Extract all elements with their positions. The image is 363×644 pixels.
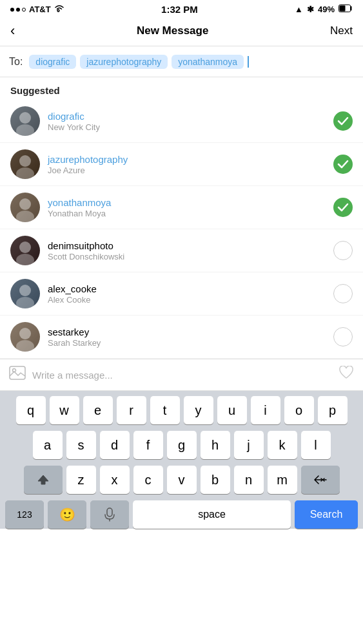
key-z[interactable]: z [66,466,96,494]
avatar-jazurephotography [10,149,40,179]
suggested-header: Suggested [0,77,363,100]
avatar-sestarkey [10,322,40,352]
svg-point-6 [16,167,34,179]
keyboard-row-1: q w e r t y u i o p [3,396,360,424]
status-bar: AT&T 1:32 PM ▲ ✱ 49% [0,0,363,17]
key-shift[interactable] [24,466,63,494]
check-sestarkey[interactable] [333,327,353,346]
key-h[interactable]: h [201,431,230,459]
realname-alex-cooke: Alex Cooke [48,295,333,305]
bluetooth-icon: ✱ [307,5,314,14]
svg-rect-17 [107,508,112,516]
avatar-alex-cooke [10,279,40,308]
username-denimsuitphoto: denimsuitphoto [48,240,333,251]
key-e[interactable]: e [83,396,113,424]
key-u[interactable]: u [217,396,247,424]
heart-icon[interactable] [338,366,354,384]
key-i[interactable]: i [251,396,280,424]
avatar-diografic [10,106,40,136]
status-right: ▲ ✱ 49% [295,5,353,14]
battery-icon [338,5,353,14]
tag-yonathanmoya[interactable]: yonathanmoya [172,55,244,69]
check-jazurephotography[interactable] [333,155,353,174]
keyboard-row-4: 123 🙂 space Search [3,500,360,529]
contact-item-denimsuitphoto[interactable]: denimsuitphoto Scott Donschikowski [0,229,363,272]
avatar-yonathanmoya [10,193,40,222]
contact-item-sestarkey[interactable]: sestarkey Sarah Starkey [0,316,363,359]
tag-diografic[interactable]: diografic [29,55,76,69]
svg-point-13 [19,328,31,339]
tag-jazurephotography[interactable]: jazurephotography [80,55,168,69]
svg-point-10 [16,254,34,265]
dot1 [10,8,14,12]
svg-point-5 [19,155,31,167]
svg-point-12 [16,297,34,308]
key-y[interactable]: y [184,396,213,424]
location-icon: ▲ [295,5,303,14]
keyboard-row-2: a s d f g h j k l [3,431,360,459]
key-w[interactable]: w [50,396,79,424]
svg-point-11 [19,285,31,296]
key-k[interactable]: k [268,431,297,459]
key-v[interactable]: v [167,466,197,494]
check-diografic[interactable] [333,111,353,131]
svg-point-8 [16,211,34,222]
nav-bar: ‹ New Message Next [0,17,363,46]
image-icon[interactable] [9,366,26,384]
key-backspace[interactable] [301,466,340,494]
text-cursor [248,56,249,68]
contact-info-yonathanmoya: yonathanmoya Yonathan Moya [48,197,333,218]
key-a[interactable]: a [33,431,63,459]
check-denimsuitphoto[interactable] [333,241,353,260]
svg-rect-1 [340,6,346,12]
status-left: AT&T [10,5,64,14]
key-l[interactable]: l [301,431,331,459]
message-input[interactable]: Write a message... [32,370,332,381]
svg-point-9 [19,242,31,253]
key-g[interactable]: g [167,431,197,459]
wifi-icon [54,5,64,14]
key-s[interactable]: s [66,431,96,459]
back-button[interactable]: ‹ [10,23,15,39]
contact-item-alex-cooke[interactable]: alex_cooke Alex Cooke [0,272,363,316]
contact-item-jazurephotography[interactable]: jazurephotography Joe Azure [0,143,363,186]
key-b[interactable]: b [201,466,230,494]
keyboard-row-3: z x c v b n m [3,466,360,494]
key-search[interactable]: Search [295,500,358,529]
username-sestarkey: sestarkey [48,327,333,337]
key-o[interactable]: o [284,396,314,424]
key-d[interactable]: d [100,431,130,459]
key-space[interactable]: space [133,500,291,529]
to-field[interactable]: To: diografic jazurephotography yonathan… [0,46,363,77]
check-alex-cooke[interactable] [333,284,353,303]
key-j[interactable]: j [234,431,264,459]
key-numbers[interactable]: 123 [5,500,44,529]
contact-list: diografic New York City jazurephotograph… [0,100,363,359]
key-c[interactable]: c [133,466,163,494]
username-alex-cooke: alex_cooke [48,283,333,294]
key-n[interactable]: n [234,466,264,494]
username-yonathanmoya: yonathanmoya [48,197,333,208]
username-diografic: diografic [48,111,333,122]
dot3 [22,8,26,12]
next-button[interactable]: Next [330,24,353,37]
keyboard: q w e r t y u i o p a s d f g h j k l z … [0,391,363,529]
key-emoji[interactable]: 🙂 [48,500,86,529]
realname-jazurephotography: Joe Azure [48,166,333,175]
key-dictation[interactable] [90,500,129,529]
check-yonathanmoya[interactable] [333,198,353,217]
key-p[interactable]: p [318,396,348,424]
message-bar[interactable]: Write a message... [0,359,363,391]
key-x[interactable]: x [100,466,130,494]
key-f[interactable]: f [133,431,163,459]
contact-item-yonathanmoya[interactable]: yonathanmoya Yonathan Moya [0,186,363,229]
key-q[interactable]: q [16,396,46,424]
contact-item-diografic[interactable]: diografic New York City [0,100,363,143]
key-t[interactable]: t [150,396,180,424]
realname-sestarkey: Sarah Starkey [48,338,333,348]
key-r[interactable]: r [117,396,146,424]
contact-info-jazurephotography: jazurephotography Joe Azure [48,154,333,175]
avatar-denimsuitphoto [10,236,40,265]
svg-point-14 [16,340,34,352]
key-m[interactable]: m [268,466,297,494]
